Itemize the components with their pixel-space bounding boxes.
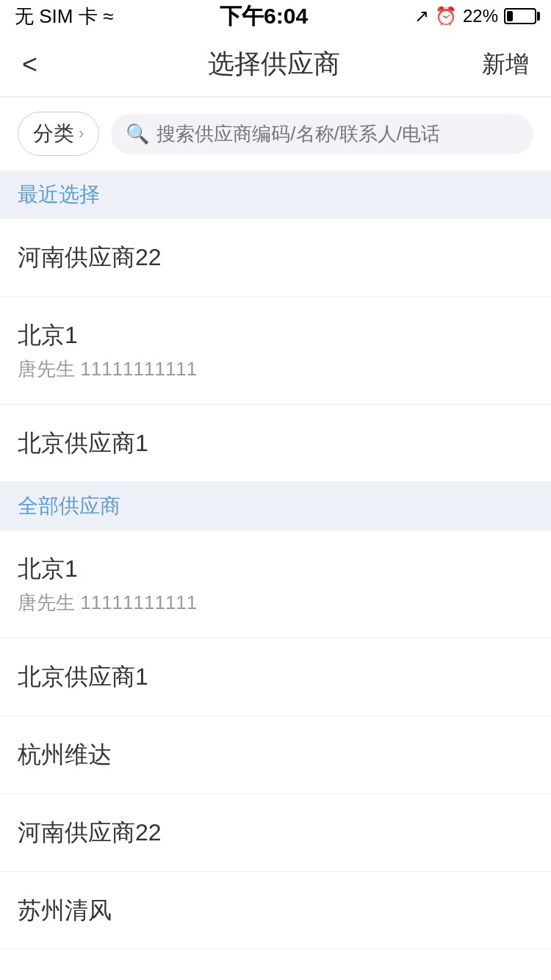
item-name: 河南供应商22 bbox=[18, 816, 533, 849]
search-bar: 分类 › 🔍 bbox=[0, 97, 551, 170]
battery-percent: 22% bbox=[463, 6, 498, 26]
all-list: 北京1唐先生 11111111111北京供应商1杭州维达河南供应商22苏州清风 bbox=[0, 530, 551, 949]
page-title: 选择供应商 bbox=[208, 46, 340, 82]
item-name: 北京1 bbox=[18, 319, 533, 352]
search-icon: 🔍 bbox=[126, 123, 149, 145]
status-signal: 无 SIM 卡 ≈ bbox=[15, 4, 113, 29]
item-name: 苏州清风 bbox=[18, 894, 533, 927]
status-time: 下午6:04 bbox=[220, 1, 308, 32]
recent-section-header: 最近选择 bbox=[0, 170, 551, 219]
search-input[interactable] bbox=[156, 123, 519, 145]
all-section-header: 全部供应商 bbox=[0, 482, 551, 530]
list-item[interactable]: 河南供应商22 bbox=[0, 794, 551, 872]
category-button[interactable]: 分类 › bbox=[18, 112, 99, 156]
item-name: 河南供应商22 bbox=[18, 241, 533, 274]
list-item[interactable]: 苏州清风 bbox=[0, 872, 551, 950]
item-name: 北京供应商1 bbox=[18, 427, 533, 460]
status-right: ↗ ⏰ 22% bbox=[414, 6, 536, 26]
list-item[interactable]: 北京供应商1 bbox=[0, 638, 551, 716]
list-item[interactable]: 北京供应商1 bbox=[0, 405, 551, 483]
list-item[interactable]: 北京1唐先生 11111111111 bbox=[0, 297, 551, 405]
list-item[interactable]: 杭州维达 bbox=[0, 716, 551, 794]
back-button[interactable]: < bbox=[22, 49, 66, 80]
item-name: 杭州维达 bbox=[18, 738, 533, 771]
item-sub: 唐先生 11111111111 bbox=[18, 590, 533, 616]
item-name: 北京供应商1 bbox=[18, 660, 533, 693]
add-button[interactable]: 新增 bbox=[482, 48, 529, 81]
recent-list: 河南供应商22北京1唐先生 11111111111北京供应商1 bbox=[0, 219, 551, 482]
category-chevron-icon: › bbox=[79, 124, 84, 143]
item-name: 北京1 bbox=[18, 552, 533, 586]
battery-icon bbox=[504, 8, 536, 24]
search-input-wrap[interactable]: 🔍 bbox=[111, 114, 533, 154]
location-icon: ↗ bbox=[414, 6, 429, 26]
category-label: 分类 bbox=[33, 120, 74, 148]
alarm-icon: ⏰ bbox=[435, 6, 457, 26]
list-item[interactable]: 北京1唐先生 11111111111 bbox=[0, 530, 551, 638]
nav-bar: < 选择供应商 新增 bbox=[0, 32, 551, 97]
list-item[interactable]: 河南供应商22 bbox=[0, 219, 551, 297]
status-bar: 无 SIM 卡 ≈ 下午6:04 ↗ ⏰ 22% bbox=[0, 0, 551, 32]
item-sub: 唐先生 11111111111 bbox=[18, 356, 533, 382]
